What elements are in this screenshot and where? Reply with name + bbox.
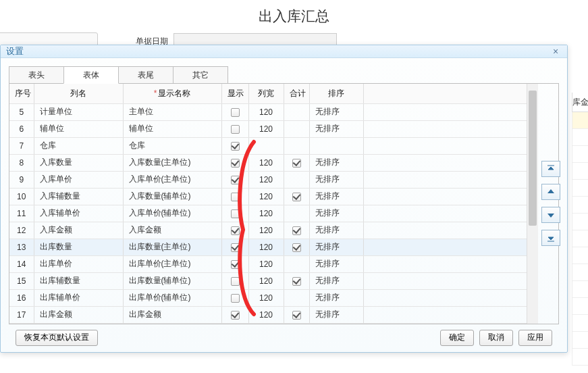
tab-header[interactable]: 表头 [9,66,64,84]
cell-sort[interactable]: 无排序 [309,255,363,272]
cell-sum[interactable] [284,272,309,289]
cell-sort[interactable]: 无排序 [309,154,363,171]
col-name-header[interactable]: 列名 [34,84,123,103]
apply-button[interactable]: 应用 [518,330,552,346]
col-seq-header[interactable]: 序号 [9,84,34,103]
cell-display[interactable]: 入库数量(辅单位) [123,188,221,205]
cell-name[interactable]: 出库单价 [34,255,123,272]
cell-width[interactable]: 120 [248,239,284,255]
checkbox[interactable] [231,311,240,320]
col-display-header[interactable]: *显示名称 [123,84,221,103]
cell-sort[interactable] [309,137,363,154]
cell-name[interactable]: 出库数量 [34,239,123,255]
cell-width[interactable] [248,137,284,154]
checkbox[interactable] [292,243,301,252]
cell-display[interactable]: 出库单价(主单位) [123,255,221,272]
table-row[interactable]: 7仓库仓库 [9,137,538,154]
cell-show[interactable] [221,120,248,137]
cell-sum[interactable] [284,205,309,222]
cell-sort[interactable]: 无排序 [309,205,363,222]
cell-show[interactable] [221,154,248,171]
col-sum-header[interactable]: 合计 [284,84,309,103]
cell-show[interactable] [221,255,248,272]
cell-width[interactable]: 120 [248,272,284,289]
cell-width[interactable]: 120 [248,205,284,222]
table-row[interactable]: 10入库辅数量入库数量(辅单位)120无排序 [9,188,538,205]
cell-sum[interactable] [284,154,309,171]
checkbox[interactable] [231,260,240,269]
checkbox[interactable] [292,193,301,201]
cell-name[interactable]: 入库辅单价 [34,205,123,222]
cell-name[interactable]: 出库辅单价 [34,289,123,306]
cell-sort[interactable]: 无排序 [309,289,363,306]
cell-show[interactable] [221,205,248,222]
table-row[interactable]: 12入库金额入库金额120无排序 [9,222,538,239]
cell-width[interactable]: 120 [248,306,284,323]
cell-show[interactable] [221,222,248,239]
col-sort-header[interactable]: 排序 [309,84,363,103]
cell-sum[interactable] [284,255,309,272]
table-row[interactable]: 8入库数量入库数量(主单位)120无排序 [9,154,538,171]
checkbox[interactable] [231,243,240,252]
restore-defaults-button[interactable]: 恢复本页默认设置 [16,330,98,346]
tab-footer[interactable]: 表尾 [118,66,173,84]
cell-sum[interactable] [284,289,309,306]
cell-name[interactable]: 辅单位 [34,120,123,137]
cell-display[interactable]: 仓库 [123,137,221,154]
cell-show[interactable] [221,272,248,289]
checkbox[interactable] [231,125,240,134]
move-bottom-button[interactable] [541,230,560,246]
cell-name[interactable]: 入库辅数量 [34,188,123,205]
table-row[interactable]: 15出库辅数量出库数量(辅单位)120无排序 [9,272,538,289]
cell-sum[interactable] [284,171,309,188]
checkbox[interactable] [231,226,240,235]
cell-display[interactable]: 入库金额 [123,222,221,239]
cell-sort[interactable]: 无排序 [309,306,363,323]
cell-display[interactable]: 辅单位 [123,120,221,137]
cell-display[interactable]: 出库金额 [123,306,221,323]
cell-show[interactable] [221,188,248,205]
table-row[interactable]: 17出库金额出库金额120无排序 [9,306,538,323]
cell-name[interactable]: 出库金额 [34,306,123,323]
cell-width[interactable]: 120 [248,103,284,120]
checkbox[interactable] [292,226,301,235]
cell-sum[interactable] [284,239,309,255]
cell-sort[interactable]: 无排序 [309,188,363,205]
dialog-header[interactable]: 设置 × [1,45,567,58]
cell-width[interactable]: 120 [248,171,284,188]
cell-display[interactable]: 出库数量(主单位) [123,239,221,255]
cell-display[interactable]: 出库单价(辅单位) [123,289,221,306]
cell-width[interactable]: 120 [248,188,284,205]
cell-display[interactable]: 入库数量(主单位) [123,154,221,171]
col-width-header[interactable]: 列宽 [248,84,284,103]
cell-sum[interactable] [284,120,309,137]
tab-other[interactable]: 其它 [173,66,228,84]
cell-sort[interactable]: 无排序 [309,272,363,289]
cell-display[interactable]: 主单位 [123,103,221,120]
checkbox[interactable] [292,159,301,168]
checkbox[interactable] [231,142,240,151]
grid-scrollbar[interactable] [527,84,538,324]
checkbox[interactable] [231,159,240,168]
move-down-button[interactable] [541,207,560,223]
cell-sum[interactable] [284,188,309,205]
cell-display[interactable]: 出库数量(辅单位) [123,272,221,289]
table-row[interactable]: 6辅单位辅单位120无排序 [9,120,538,137]
cell-width[interactable]: 120 [248,255,284,272]
table-row[interactable]: 13出库数量出库数量(主单位)120无排序 [9,239,538,255]
checkbox[interactable] [231,193,240,201]
cell-sort[interactable]: 无排序 [309,103,363,120]
cell-name[interactable]: 入库金额 [34,222,123,239]
cell-show[interactable] [221,289,248,306]
cell-show[interactable] [221,306,248,323]
checkbox[interactable] [231,294,240,303]
cell-show[interactable] [221,171,248,188]
cell-width[interactable]: 120 [248,289,284,306]
cell-display[interactable]: 入库单价(辅单位) [123,205,221,222]
checkbox[interactable] [231,209,240,218]
checkbox[interactable] [292,277,301,286]
cell-show[interactable] [221,239,248,255]
move-up-button[interactable] [541,184,560,200]
table-row[interactable]: 5计量单位主单位120无排序 [9,103,538,120]
cell-sum[interactable] [284,103,309,120]
